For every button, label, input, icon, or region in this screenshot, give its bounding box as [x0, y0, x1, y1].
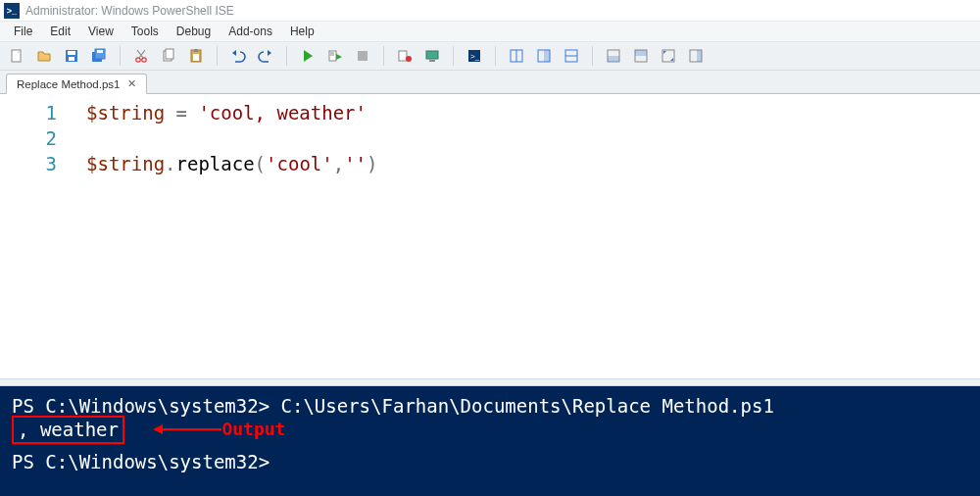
line-number: 3	[0, 151, 57, 176]
paste-icon[interactable]	[185, 45, 207, 67]
svg-point-9	[142, 58, 146, 62]
copy-icon[interactable]	[158, 45, 179, 67]
new-file-icon[interactable]	[6, 45, 27, 67]
menu-file[interactable]: File	[6, 23, 40, 40]
code-line: $string = 'cool, weather'	[86, 100, 980, 125]
svg-marker-41	[670, 58, 673, 61]
string-token: 'cool, weather'	[198, 102, 367, 124]
menubar: File Edit View Tools Debug Add-ons Help	[0, 22, 980, 41]
undo-icon[interactable]	[227, 45, 249, 67]
console-line: PS C:\Windows\system32>	[12, 450, 968, 473]
svg-marker-15	[232, 50, 236, 56]
command-addon-icon[interactable]	[685, 45, 707, 67]
expand-icon[interactable]	[630, 45, 652, 67]
console-command: C:\Users\Farhan\Documents\Replace Method…	[281, 395, 774, 417]
code-area[interactable]: $string = 'cool, weather' $string.replac…	[69, 94, 980, 378]
tab-title: Replace Method.ps1	[17, 78, 120, 90]
powershell-console-icon[interactable]: >_	[464, 45, 485, 67]
run-icon[interactable]	[297, 45, 318, 67]
line-number: 1	[0, 100, 57, 125]
menu-edit[interactable]: Edit	[42, 23, 78, 40]
window-title: Administrator: Windows PowerShell ISE	[25, 4, 234, 18]
toolbar-separator	[453, 46, 454, 66]
variable-token: $string	[86, 102, 165, 124]
string-token: 'cool'	[266, 153, 333, 174]
menu-help[interactable]: Help	[282, 23, 322, 40]
console-output: , weather	[18, 419, 119, 440]
svg-point-8	[136, 58, 140, 62]
collapse-icon[interactable]	[603, 45, 624, 67]
tabbar: Replace Method.ps1 ✕	[0, 71, 980, 94]
operator-token: =	[165, 102, 198, 124]
code-line: $string.replace('cool','')	[86, 151, 980, 176]
paren-token: )	[367, 153, 377, 174]
svg-marker-40	[663, 51, 666, 54]
menu-debug[interactable]: Debug	[169, 23, 219, 40]
svg-rect-4	[69, 57, 74, 61]
svg-marker-16	[268, 50, 271, 56]
svg-rect-23	[399, 51, 407, 61]
save-all-icon[interactable]	[88, 45, 110, 67]
svg-marker-17	[304, 50, 313, 62]
run-selection-icon[interactable]	[324, 45, 346, 67]
console-pane[interactable]: PS C:\Windows\system32> C:\Users\Farhan\…	[0, 386, 980, 496]
pane-layout-icon[interactable]	[533, 45, 555, 67]
fullscreen-icon[interactable]	[658, 45, 679, 67]
svg-rect-22	[358, 51, 368, 61]
paren-token: (	[255, 153, 266, 174]
toolbar-separator	[383, 46, 384, 66]
svg-text:>_: >_	[470, 52, 480, 61]
menu-tools[interactable]: Tools	[123, 23, 167, 40]
output-highlight-box: , weather	[12, 416, 124, 444]
svg-rect-14	[193, 54, 199, 61]
toolbar-separator	[495, 46, 496, 66]
svg-marker-21	[336, 54, 342, 60]
svg-marker-45	[153, 424, 163, 434]
cut-icon[interactable]	[130, 45, 152, 67]
svg-rect-32	[544, 50, 550, 62]
console-output-line: , weather Output	[12, 418, 968, 444]
toolbar: >_	[0, 41, 980, 71]
svg-rect-36	[608, 56, 619, 62]
prompt: PS C:\Windows\system32>	[12, 451, 270, 472]
toolbar-separator	[592, 46, 593, 66]
svg-rect-26	[429, 60, 435, 62]
toolbar-separator	[217, 46, 218, 66]
svg-rect-11	[166, 49, 173, 59]
console-line: PS C:\Windows\system32> C:\Users\Farhan\…	[12, 394, 968, 418]
method-token: replace	[176, 153, 255, 174]
stop-icon[interactable]	[352, 45, 373, 67]
svg-rect-43	[697, 50, 702, 62]
code-line	[86, 125, 980, 151]
toolbar-separator	[286, 46, 287, 66]
remote-icon[interactable]	[421, 45, 443, 67]
svg-rect-25	[426, 51, 438, 59]
powershell-app-icon: >_	[4, 3, 20, 19]
save-icon[interactable]	[61, 45, 82, 67]
variable-token: $string	[86, 153, 165, 174]
redo-icon[interactable]	[255, 45, 276, 67]
menu-addons[interactable]: Add-ons	[220, 23, 280, 40]
open-file-icon[interactable]	[33, 45, 55, 67]
line-number: 2	[0, 125, 57, 151]
svg-point-24	[406, 56, 412, 62]
annotation-label: Output	[221, 418, 285, 441]
annotation-arrow: Output	[153, 418, 285, 441]
line-gutter: 1 2 3	[0, 94, 69, 378]
menu-view[interactable]: View	[80, 23, 122, 40]
script-tab[interactable]: Replace Method.ps1 ✕	[6, 74, 147, 94]
dot-token: .	[165, 153, 175, 174]
prompt: PS C:\Windows\system32>	[12, 395, 281, 417]
comma-token: ,	[333, 153, 344, 174]
svg-rect-3	[68, 51, 75, 55]
breakpoint-icon[interactable]	[394, 45, 416, 67]
svg-rect-7	[97, 50, 103, 53]
pane-layout-icon[interactable]	[561, 45, 582, 67]
close-icon[interactable]: ✕	[125, 77, 138, 90]
svg-rect-38	[635, 50, 647, 56]
string-token: ''	[344, 153, 367, 174]
toolbar-separator	[120, 46, 121, 66]
splitter[interactable]	[0, 378, 980, 386]
pane-layout-icon[interactable]	[506, 45, 527, 67]
script-editor[interactable]: 1 2 3 $string = 'cool, weather' $string.…	[0, 94, 980, 378]
